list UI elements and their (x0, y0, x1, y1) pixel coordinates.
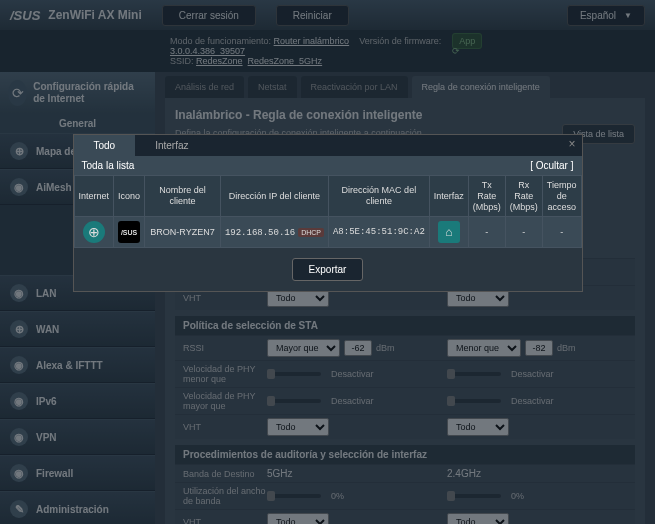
vpn-icon: ◉ (10, 428, 28, 446)
mode-label: Modo de funcionamiento: (170, 36, 271, 46)
logout-button[interactable]: Cerrar sesión (162, 5, 256, 26)
admin-icon: ✎ (10, 500, 28, 518)
col-time: Tiempo de acceso (542, 176, 581, 217)
ipv6-icon: ◉ (10, 392, 28, 410)
tab-wol[interactable]: Reactivación por LAN (301, 76, 408, 98)
bw-slider-2[interactable] (447, 494, 501, 498)
col-rx: Rx Rate (Mbps) (505, 176, 542, 217)
sidebar-item-firewall[interactable]: ◉Firewall (0, 455, 155, 491)
band-24ghz: 2.4GHz (447, 468, 481, 479)
phy-lt-slider-2[interactable] (447, 372, 501, 376)
audit-section-header: Procedimientos de auditoría y selección … (175, 445, 635, 464)
rssi-unit-2: dBm (557, 343, 576, 353)
brand-logo: /SUS (10, 8, 40, 23)
client-mac: A8:5E:45:51:9C:A2 (328, 217, 429, 248)
vht-select-2b[interactable]: Todo (447, 418, 509, 436)
bw-slider-1[interactable] (267, 494, 321, 498)
page-title: Inalámbrico - Regla de conexión intelige… (175, 108, 635, 122)
bw-val-1: 0% (331, 491, 344, 501)
sidebar-item-label: Firewall (36, 468, 73, 479)
rssi-cond-2[interactable]: Menor que (447, 339, 521, 357)
band-label: Banda de Destino (183, 469, 267, 479)
phy-gt2-val-1: Desactivar (331, 396, 374, 406)
sidebar-item-alexa[interactable]: ◉Alexa & IFTTT (0, 347, 155, 383)
vht-label-1: VHT (183, 293, 267, 303)
sidebar-item-label: IPv6 (36, 396, 57, 407)
col-tx: Tx Rate (Mbps) (468, 176, 505, 217)
ssid-label: SSID: (170, 56, 194, 66)
bw-val-2: 0% (511, 491, 524, 501)
fw-value[interactable]: 3.0.0.4.386_39507 (170, 46, 245, 56)
client-rx: - (505, 217, 542, 248)
alexa-icon: ◉ (10, 356, 28, 374)
rssi-cond-1[interactable]: Mayor que (267, 339, 340, 357)
vht-select-3b[interactable]: Todo (447, 513, 509, 524)
client-list-modal: × Todo Interfaz Toda la lista [ Ocultar … (73, 134, 583, 292)
client-ip: 192.168.50.16 (225, 228, 295, 238)
rssi-label: RSSI (183, 343, 267, 353)
phy-lt-slider-1[interactable] (267, 372, 321, 376)
sta-section-header: Política de selección de STA (175, 316, 635, 335)
vht-label-3: VHT (183, 517, 267, 524)
sidebar-item-ipv6[interactable]: ◉IPv6 (0, 383, 155, 419)
quick-setup-button[interactable]: ⟳ Configuración rápida de Internet (0, 72, 155, 114)
mode-value[interactable]: Router inalámbrico (274, 36, 350, 46)
sidebar-item-admin[interactable]: ✎Administración (0, 491, 155, 524)
phy-gt2-slider-2[interactable] (447, 399, 501, 403)
vht-select-3a[interactable]: Todo (267, 513, 329, 524)
sidebar-item-vpn[interactable]: ◉VPN (0, 419, 155, 455)
tab-netstat[interactable]: Netstat (248, 76, 297, 98)
quick-setup-icon: ⟳ (8, 80, 27, 106)
language-selector[interactable]: Español (567, 5, 645, 26)
vht-select-2a[interactable]: Todo (267, 418, 329, 436)
bw-util-label: Utilización del ancho de banda (183, 486, 267, 506)
quick-setup-label: Configuración rápida de Internet (33, 81, 147, 105)
close-icon[interactable]: × (568, 137, 575, 151)
phy-gt2-slider-1[interactable] (267, 399, 321, 403)
phy-lt-label: Velocidad de PHY menor que (183, 364, 267, 384)
device-brand-icon: /SUS (118, 221, 140, 243)
phy-lt-val-2: Desactivar (511, 369, 554, 379)
ssid-2[interactable]: RedesZone_5GHz (248, 56, 323, 66)
rssi-val-1[interactable] (344, 340, 372, 356)
col-mac: Dirección MAC del cliente (328, 176, 429, 217)
col-interface: Interfaz (429, 176, 468, 217)
firewall-icon: ◉ (10, 464, 28, 482)
phy-lt-val-1: Desactivar (331, 369, 374, 379)
product-name: ZenWiFi AX Mini (48, 8, 141, 22)
list-title: Toda la lista (82, 160, 135, 171)
phy-gt-label-2: Velocidad de PHY mayor que (183, 391, 267, 411)
internet-icon: ⊕ (83, 221, 105, 243)
hide-link[interactable]: [ Ocultar ] (530, 160, 573, 171)
reboot-button[interactable]: Reiniciar (276, 5, 349, 26)
ssid-1[interactable]: RedesZone (196, 56, 243, 66)
col-name: Nombre del cliente (145, 176, 221, 217)
sidebar-item-wan[interactable]: ⊕WAN (0, 311, 155, 347)
fw-label: Versión de firmware: (359, 36, 441, 46)
network-map-icon: ⊕ (10, 142, 28, 160)
vht-label-2: VHT (183, 422, 267, 432)
rssi-unit-1: dBm (376, 343, 395, 353)
modal-tab-all[interactable]: Todo (74, 135, 136, 156)
sidebar-general-header: General (0, 114, 155, 133)
tab-smart-connect[interactable]: Regla de conexión inteligente (412, 76, 550, 98)
export-button[interactable]: Exportar (292, 258, 364, 281)
sidebar-item-label: AiMesh (36, 182, 72, 193)
rssi-val-2[interactable] (525, 340, 553, 356)
aimesh-icon: ◉ (10, 178, 28, 196)
band-5ghz: 5GHz (267, 468, 293, 479)
sidebar-item-label: Alexa & IFTTT (36, 360, 103, 371)
sidebar-item-label: LAN (36, 288, 57, 299)
client-table: Internet Icono Nombre del cliente Direcc… (74, 175, 582, 248)
interface-icon: ⌂ (438, 221, 460, 243)
tab-net-analysis[interactable]: Análisis de red (165, 76, 244, 98)
modal-tab-interface[interactable]: Interfaz (135, 135, 208, 156)
sidebar-item-label: WAN (36, 324, 59, 335)
wan-icon: ⊕ (10, 320, 28, 338)
col-ip: Dirección IP del cliente (220, 176, 328, 217)
dhcp-badge: DHCP (298, 228, 324, 237)
sidebar-item-label: Administración (36, 504, 109, 515)
client-time: - (542, 217, 581, 248)
client-name: BRON-RYZEN7 (145, 217, 221, 248)
table-row[interactable]: ⊕ /SUS BRON-RYZEN7 192.168.50.16DHCP A8:… (74, 217, 581, 248)
